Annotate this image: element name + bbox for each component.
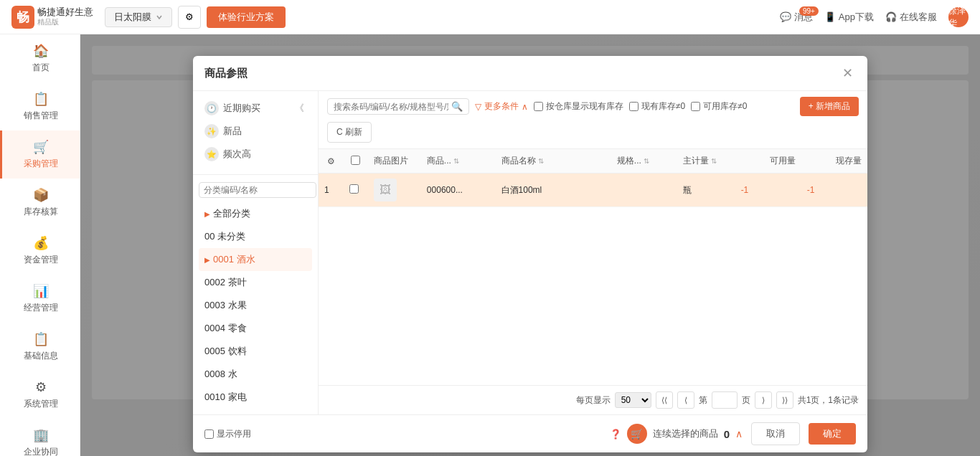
new-product-item[interactable]: ✨ 新品 [199,120,312,143]
category-electronics[interactable]: 0010 家电 [199,386,312,409]
sidebar-item-system[interactable]: ⚙ 系统管理 [0,371,80,419]
chevron-down-icon [156,14,163,21]
product-search-wrap: 🔍 [327,98,469,115]
next-page-button[interactable]: ⟩ [755,391,772,409]
show-disabled-label[interactable]: 显示停用 [204,428,251,440]
high-frequency-item[interactable]: ⭐ 频次高 [199,143,312,166]
purchase-icon: 🛒 [33,139,49,155]
sort-icon: ⇅ [453,157,459,165]
nav-selector[interactable]: 日太阳膜 [105,7,172,27]
trial-button[interactable]: 体验行业方案 [207,6,286,28]
modal-close-button[interactable]: ✕ [839,65,856,82]
cart-area: ❓ 🛒 连续选择的商品 0 ∧ [610,424,743,444]
available-checkbox[interactable] [629,102,639,111]
sidebar-item-enterprise[interactable]: 🏢 企业协同 [0,419,80,456]
cart-icon[interactable]: 🛒 [627,424,647,444]
sidebar-item-inventory[interactable]: 📦 库存核算 [0,179,80,227]
product-table: ⚙ 商品图片 商品... ⇅ 商品名称 [319,149,867,207]
category-label: 00 未分类 [204,230,245,243]
cancel-button[interactable]: 取消 [751,422,800,445]
available-checkbox-label[interactable]: 现有库存≠0 [629,100,685,113]
category-search-input[interactable] [199,182,316,198]
show-disabled-checkbox[interactable] [204,429,214,439]
col-spec-header[interactable]: 规格... ⇅ [611,149,677,174]
confirm-button[interactable]: 确定 [809,423,856,445]
product-image: 🖼 [374,179,397,201]
arrow-icon: ▶ [204,210,210,218]
system-icon: ⚙ [35,379,47,395]
sidebar-item-finance[interactable]: 💰 资金管理 [0,227,80,275]
category-beverage[interactable]: 0005 饮料 [199,340,312,363]
pagination: 每页显示 20 50 100 ⟨⟨ ⟨ 第 1 页 ⟩ [319,385,867,414]
category-all[interactable]: ▶ 全部分类 [199,202,312,225]
quick-item-label: 新品 [223,125,242,138]
col-check [344,149,369,174]
cart-label: 连续选择的商品 [653,427,718,440]
first-page-button[interactable]: ⟨⟨ [656,391,673,409]
col-name-header[interactable]: 商品名称 ⇅ [496,149,611,174]
sidebar-item-operation[interactable]: 📊 经营管理 [0,275,80,323]
row-checkbox[interactable] [349,184,359,194]
category-water[interactable]: 0008 水 [199,363,312,386]
row-img: 🖼 [368,174,421,207]
col-code-header[interactable]: 商品... ⇅ [421,149,496,174]
usable-checkbox[interactable] [691,102,700,111]
row-check[interactable] [344,174,369,207]
messages-button[interactable]: 💬 消息 99+ [780,11,813,24]
help-icon[interactable]: ❓ [610,429,621,440]
app-download-button[interactable]: 📱 App下载 [824,11,874,24]
product-search-input[interactable] [334,102,448,112]
warehouse-checkbox-label[interactable]: 按仓库显示现有库存 [534,100,623,113]
basic-icon: 📋 [33,331,49,347]
row-avail: -1 [735,174,801,207]
page-of: 页 [742,394,750,407]
collapse-icon[interactable]: 《 [292,101,306,115]
content-area: 商品参照 ✕ 🕐 近期购买 《 [80,34,980,456]
filter-button[interactable]: ▽ 更多条件 ∧ [475,100,528,113]
logo-name: 畅捷通好生意 [37,6,93,18]
table-row[interactable]: 1 🖼 000600... 白酒100ml [319,174,867,207]
category-label: 0003 水果 [204,299,247,312]
recent-purchase-item[interactable]: 🕐 近期购买 《 [199,97,312,120]
search-icon[interactable]: 🔍 [451,101,463,112]
add-product-button[interactable]: + 新增商品 [800,97,859,116]
col-unit-header[interactable]: 主计量 ⇅ [677,149,735,174]
img-placeholder: 🖼 [380,184,391,196]
category-tea[interactable]: 0002 茶叶 [199,271,312,294]
row-index: 1 [319,174,344,207]
sidebar-item-purchase[interactable]: 🛒 采购管理 [0,130,80,179]
filter-icon: ▽ [475,102,481,112]
sidebar-item-label: 首页 [32,62,50,74]
select-all-checkbox[interactable] [351,156,360,165]
category-fruit[interactable]: 0003 水果 [199,294,312,317]
new-icon: ✨ [204,124,219,138]
main-layout: 🏠 首页 📋 销售管理 🛒 采购管理 📦 库存核算 💰 资金管理 📊 经营管理 … [0,34,980,456]
sidebar-item-home[interactable]: 🏠 首页 [0,34,80,82]
page-number-input[interactable]: 1 [712,391,738,409]
sidebar: 🏠 首页 📋 销售管理 🛒 采购管理 📦 库存核算 💰 资金管理 📊 经营管理 … [0,34,80,456]
left-panel: 🕐 近期购买 《 ✨ 新品 ⭐ 频次高 [193,91,319,414]
row-unit: 瓶 [677,174,735,207]
page-size-select[interactable]: 20 50 100 [615,392,651,408]
sidebar-item-sales[interactable]: 📋 销售管理 [0,82,80,130]
category-unclassified[interactable]: 00 未分类 [199,225,312,248]
settings-button[interactable]: ⚙ [178,6,201,29]
usable-checkbox-label[interactable]: 可用库存≠0 [691,100,747,113]
sidebar-item-label: 资金管理 [24,254,58,266]
category-snack[interactable]: 0004 零食 [199,317,312,340]
sidebar-item-label: 经营管理 [24,302,58,314]
prev-page-button[interactable]: ⟨ [677,391,694,409]
category-list: ▶ 全部分类 00 未分类 ▶ 0001 酒水 0002 茶 [193,202,318,409]
sidebar-item-basic[interactable]: 📋 基础信息 [0,323,80,371]
refresh-button[interactable]: C 刷新 [327,122,372,143]
online-service-button[interactable]: 🎧 在线客服 [885,11,937,24]
row-stock: -1 [801,174,867,207]
cart-collapse-button[interactable]: ∧ [735,428,743,440]
arrow-icon: ▶ [204,256,210,264]
user-menu[interactable]: 徐泽华 [948,7,969,27]
gear-icon: ⚙ [185,11,194,22]
col-settings[interactable]: ⚙ [319,149,344,174]
category-liquor[interactable]: ▶ 0001 酒水 [199,248,312,271]
warehouse-checkbox[interactable] [534,102,543,111]
last-page-button[interactable]: ⟩⟩ [776,391,793,409]
